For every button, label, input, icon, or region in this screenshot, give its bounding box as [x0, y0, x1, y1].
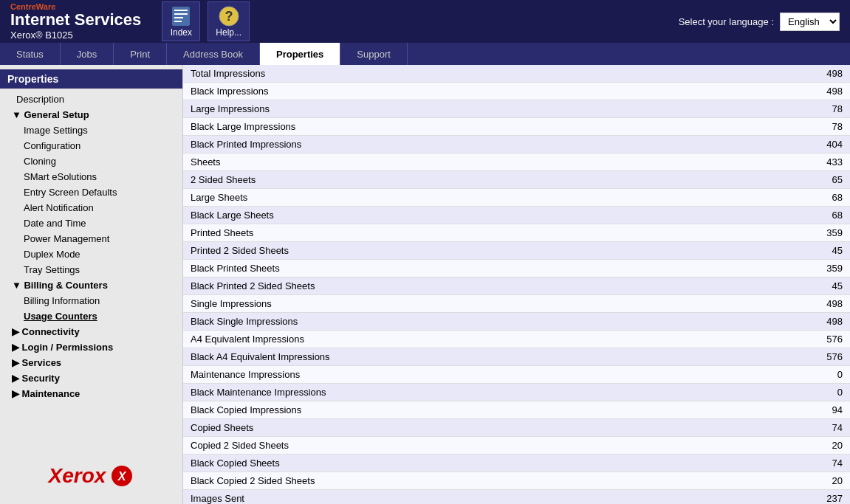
sidebar-item-imagesettings[interactable]: Image Settings [0, 122, 182, 138]
svg-rect-3 [174, 17, 183, 18]
row-value: 0 [776, 384, 850, 401]
svg-rect-2 [174, 13, 188, 15]
row-label: Black Copied Impressions [183, 401, 776, 419]
usage-counters-table: Total Impressions 498 Black Impressions … [183, 65, 850, 504]
xerox-logo-area: Xerox X [0, 452, 182, 500]
svg-rect-4 [174, 21, 182, 22]
tab-support[interactable]: Support [340, 43, 408, 65]
table-row: Black Large Sheets 68 [183, 207, 850, 224]
tab-print[interactable]: Print [114, 43, 167, 65]
sidebar-item-billinginformation[interactable]: Billing Information [0, 293, 182, 308]
row-value: 498 [776, 313, 850, 331]
row-value: 65 [776, 171, 850, 189]
table-row: Black Printed Sheets 359 [183, 260, 850, 277]
row-value: 78 [776, 100, 850, 118]
row-label: Black Large Impressions [183, 118, 776, 136]
row-label: Images Sent [183, 490, 776, 505]
table-row: Black Maintenance Impressions 0 [183, 384, 850, 401]
content-area: Total Impressions 498 Black Impressions … [183, 65, 850, 504]
tab-jobs[interactable]: Jobs [61, 43, 114, 65]
tab-properties[interactable]: Properties [260, 43, 340, 65]
row-value: 498 [776, 83, 850, 100]
table-row: Copied 2 Sided Sheets 20 [183, 437, 850, 455]
table-row: Total Impressions 498 [183, 65, 850, 83]
row-value: 45 [776, 242, 850, 260]
table-row: Large Impressions 78 [183, 100, 850, 118]
row-value: 359 [776, 224, 850, 242]
svg-text:?: ? [225, 9, 233, 24]
sidebar-item-configuration[interactable]: Configuration [0, 138, 182, 153]
xerox-icon: X [110, 464, 134, 488]
table-row: 2 Sided Sheets 65 [183, 171, 850, 189]
sidebar-item-traysettings[interactable]: Tray Settings [0, 262, 182, 277]
row-value: 68 [776, 207, 850, 224]
lang-label: Select your language : [679, 16, 774, 27]
svg-text:X: X [117, 470, 127, 483]
sidebar: Properties Description ▼ General Setup I… [0, 65, 183, 504]
row-value: 45 [776, 277, 850, 295]
sidebar-item-alertnotification[interactable]: Alert Notification [0, 200, 182, 215]
row-label: Black Copied 2 Sided Sheets [183, 472, 776, 490]
svg-rect-1 [174, 10, 188, 11]
table-row: Single Impressions 498 [183, 295, 850, 313]
sidebar-section-generalsetup[interactable]: ▼ General Setup [0, 107, 182, 122]
row-label: Total Impressions [183, 65, 776, 83]
sidebar-section-billingcounters[interactable]: ▼ Billing & Counters [0, 277, 182, 293]
sidebar-item-usagecounters[interactable]: Usage Counters [0, 308, 182, 324]
table-row: Black Large Impressions 78 [183, 118, 850, 136]
row-label: Black Single Impressions [183, 313, 776, 331]
sidebar-section-security[interactable]: ▶ Security [0, 370, 182, 386]
sidebar-item-datetime[interactable]: Date and Time [0, 215, 182, 231]
xerox-logo: Xerox X [49, 464, 134, 488]
table-row: Black Printed Impressions 404 [183, 136, 850, 153]
table-row: Black A4 Equivalent Impressions 576 [183, 348, 850, 366]
sidebar-item-description[interactable]: Description [0, 92, 182, 107]
sidebar-section-maintenance[interactable]: ▶ Maintenance [0, 386, 182, 401]
row-label: Single Impressions [183, 295, 776, 313]
row-label: Large Sheets [183, 189, 776, 207]
index-icon [170, 5, 192, 27]
row-value: 74 [776, 419, 850, 437]
help-label: Help... [216, 27, 241, 38]
header-icons: Index ? Help... [162, 1, 250, 41]
app-title: Internet Services [10, 11, 141, 29]
row-label: Printed 2 Sided Sheets [183, 242, 776, 260]
row-value: 576 [776, 348, 850, 366]
row-label: Black A4 Equivalent Impressions [183, 348, 776, 366]
row-value: 404 [776, 136, 850, 153]
row-label: Black Printed 2 Sided Sheets [183, 277, 776, 295]
table-row: Black Copied Impressions 94 [183, 401, 850, 419]
row-label: Black Large Sheets [183, 207, 776, 224]
tab-status[interactable]: Status [0, 43, 61, 65]
sidebar-item-duplexmode[interactable]: Duplex Mode [0, 246, 182, 262]
table-row: Printed Sheets 359 [183, 224, 850, 242]
row-value: 498 [776, 295, 850, 313]
table-row: Images Sent 237 [183, 490, 850, 505]
row-label: A4 Equivalent Impressions [183, 331, 776, 348]
tab-addressbook[interactable]: Address Book [167, 43, 260, 65]
sidebar-section-services[interactable]: ▶ Services [0, 355, 182, 370]
table-row: Printed 2 Sided Sheets 45 [183, 242, 850, 260]
logo-block: CentreWare Internet Services Xerox® B102… [10, 2, 141, 40]
table-row: Black Printed 2 Sided Sheets 45 [183, 277, 850, 295]
row-label: Black Printed Impressions [183, 136, 776, 153]
table-row: Copied Sheets 74 [183, 419, 850, 437]
sidebar-item-cloning[interactable]: Cloning [0, 153, 182, 169]
table-row: Black Single Impressions 498 [183, 313, 850, 331]
row-value: 359 [776, 260, 850, 277]
svg-rect-0 [172, 7, 190, 26]
row-label: Black Maintenance Impressions [183, 384, 776, 401]
row-label: Sheets [183, 153, 776, 171]
sidebar-item-entryscreendefaults[interactable]: Entry Screen Defaults [0, 184, 182, 200]
sidebar-item-powermanagement[interactable]: Power Management [0, 231, 182, 246]
sidebar-section-connectivity[interactable]: ▶ Connectivity [0, 324, 182, 339]
nav-tabs: Status Jobs Print Address Book Propertie… [0, 43, 850, 65]
row-label: Black Printed Sheets [183, 260, 776, 277]
help-button[interactable]: ? Help... [208, 1, 250, 41]
sidebar-section-loginpermissions[interactable]: ▶ Login / Permissions [0, 339, 182, 355]
row-value: 68 [776, 189, 850, 207]
language-select[interactable]: English French German Spanish Italian [780, 13, 840, 31]
sidebar-item-smartesolutions[interactable]: SMart eSolutions [0, 169, 182, 184]
index-button[interactable]: Index [162, 1, 200, 41]
row-value: 576 [776, 331, 850, 348]
